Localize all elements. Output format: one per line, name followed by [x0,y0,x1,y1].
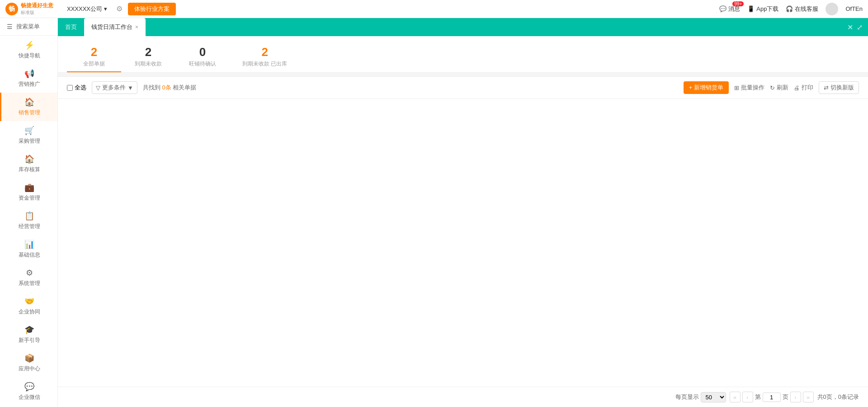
stat-tab-overdue[interactable]: 2 到期未收款 [121,42,175,72]
add-sale-button[interactable]: + 新增销货单 [684,81,729,94]
tab-bar-actions: ✕ ⤢ [847,23,868,32]
sidebar-item-sales[interactable]: 🏠 销售管理 [0,93,57,121]
sidebar-item-app-center[interactable]: 📦 应用中心 [0,349,57,377]
message-badge: 99+ [732,1,744,6]
batch-icon: ⊞ [734,84,739,91]
sidebar-item-system[interactable]: ⚙ 系统管理 [0,263,57,292]
stat-label-overdue: 到期未收款 [135,60,162,68]
tab-daily-cashflow-label: 钱货日清工作台 [91,23,132,31]
sidebar-label-sales: 销售管理 [19,109,40,117]
chevron-down-icon: ▾ [104,5,107,12]
stat-num-shipped: 2 [261,45,268,59]
print-label: 打印 [802,84,813,92]
batch-operation-button[interactable]: ⊞ 批量操作 [734,84,764,92]
select-all-checkbox[interactable]: 全选 [67,84,86,92]
tab-minimize-icon[interactable]: ✕ [847,23,853,32]
toolbar-left: 全选 ▽ 更多条件 ▼ 共找到 0条 相关单据 [67,81,678,94]
stat-num-pending: 0 [199,45,206,59]
app-center-icon: 📦 [24,353,34,363]
page-number-input[interactable] [763,393,781,402]
top-header: 畅 畅捷通好生意 标准版 XXXXXX公司 ▾ ⚙ 体验行业方案 💬 消息 99… [0,0,868,18]
sidebar-label-operations: 经营管理 [19,223,40,230]
next-page-button[interactable]: › [790,392,801,402]
stat-tab-shipped[interactable]: 2 到期未收款 已出库 [230,42,300,72]
select-all-input[interactable] [67,85,73,91]
tab-expand-icon[interactable]: ⤢ [857,23,863,32]
sidebar-item-operations[interactable]: 📋 经营管理 [0,206,57,235]
found-text: 共找到 0条 相关单据 [143,84,196,92]
online-service-button[interactable]: 🎧 在线客服 [786,5,818,13]
content-area: 首页 钱货日清工作台 × ✕ ⤢ 2 全部单据 [58,18,868,407]
company-selector[interactable]: XXXXXX公司 ▾ [63,3,111,15]
headset-icon: 🎧 [786,5,793,12]
avatar[interactable] [826,3,838,15]
per-page-select-input[interactable]: 50 10 20 100 [701,392,726,402]
sidebar-label-app-center: 应用中心 [19,365,40,373]
header-left: 畅 畅捷通好生意 标准版 XXXXXX公司 ▾ ⚙ 体验行业方案 [5,2,176,16]
inventory-icon: 🏠 [24,154,34,164]
filter-icon: ▽ [96,84,100,91]
filter-label: 更多条件 [102,84,126,92]
app-download-button[interactable]: 📱 App下载 [747,5,778,13]
experience-button[interactable]: 体验行业方案 [128,3,176,15]
tab-bar: 首页 钱货日清工作台 × ✕ ⤢ [58,18,868,36]
sidebar-item-basic-info[interactable]: 📊 基础信息 [0,235,57,263]
logo-line1: 畅捷通好生意 [21,2,53,9]
tab-home[interactable]: 首页 [58,18,84,36]
message-button[interactable]: 💬 消息 99+ [719,5,740,13]
stat-tab-all[interactable]: 2 全部单据 [67,42,121,72]
print-icon: 🖨 [794,84,800,91]
sidebar-item-quick-nav[interactable]: ⚡ 快捷导航 [0,36,57,64]
stat-num-overdue: 2 [145,45,151,59]
stats-wrapper: 2 全部单据 2 到期未收款 0 旺铺待确认 2 到期未收款 已出库 [58,36,868,73]
sidebar-label-purchase: 采购管理 [19,137,40,145]
sidebar-label-beginner: 新手引导 [19,337,40,344]
sidebar-label-enterprise: 企业协同 [19,308,40,316]
total-records: 共0页，0条记录 [817,393,859,401]
logo-line2: 标准版 [21,9,53,16]
stat-label-pending: 旺铺待确认 [189,60,216,68]
sidebar-item-marketing[interactable]: 📢 营销推广 [0,64,57,93]
logo-area: 畅 畅捷通好生意 标准版 [5,2,60,16]
sidebar-label-inventory: 库存核算 [19,166,40,173]
sidebar-item-enterprise-wechat[interactable]: 💬 企业微信 [0,377,57,406]
toolbar-right: + 新增销货单 ⊞ 批量操作 ↻ 刷新 🖨 打印 ⇄ [684,81,859,94]
sidebar-label-quick-nav: 快捷导航 [19,52,40,60]
sidebar-label-marketing: 营销推广 [19,80,40,88]
stat-label-shipped: 到期未收款 已出库 [242,60,287,68]
stats-tabs: 2 全部单据 2 到期未收款 0 旺铺待确认 2 到期未收款 已出库 [67,42,859,72]
system-icon: ⚙ [26,268,33,278]
header-right: 💬 消息 99+ 📱 App下载 🎧 在线客服 OfTEn [719,3,863,15]
refresh-label: 刷新 [777,84,788,92]
sidebar-label-basic-info: 基础信息 [19,251,40,259]
sidebar-item-beginner[interactable]: 🎓 新手引导 [0,320,57,349]
tab-close-icon[interactable]: × [135,24,138,30]
switch-label: 切换新版 [830,84,854,92]
last-page-button[interactable]: » [803,392,814,402]
stat-tab-pending[interactable]: 0 旺铺待确认 [175,42,230,72]
sidebar-item-purchase[interactable]: 🛒 采购管理 [0,121,57,150]
per-page-selector: 每页显示 50 10 20 100 [675,392,726,402]
beginner-icon: 🎓 [24,325,34,335]
marketing-icon: 📢 [24,69,34,79]
refresh-icon: ↻ [770,84,775,91]
first-page-button[interactable]: « [730,392,741,402]
sidebar-item-search-menu[interactable]: ☰ 搜索菜单 [0,18,57,36]
sidebar-item-inventory[interactable]: 🏠 库存核算 [0,150,57,178]
sidebar-label-finance: 资金管理 [19,194,40,202]
sidebar-label-search: 搜索菜单 [16,23,40,31]
sidebar-item-enterprise[interactable]: 🤝 企业协同 [0,292,57,320]
stat-num-all: 2 [91,45,97,59]
logo-icon: 畅 [5,3,18,15]
tab-daily-cashflow[interactable]: 钱货日清工作台 × [84,18,146,36]
wechat-icon: 💬 [24,382,34,392]
print-button[interactable]: 🖨 打印 [794,84,813,92]
batch-label: 批量操作 [741,84,764,92]
switch-version-button[interactable]: ⇄ 切换新版 [819,81,859,94]
sidebar-item-finance[interactable]: 💼 资金管理 [0,178,57,206]
settings-icon[interactable]: ⚙ [114,3,124,15]
prev-page-button[interactable]: ‹ [742,392,753,402]
filter-button[interactable]: ▽ 更多条件 ▼ [92,81,137,94]
refresh-button[interactable]: ↻ 刷新 [770,84,788,92]
found-prefix: 共找到 [143,84,160,91]
